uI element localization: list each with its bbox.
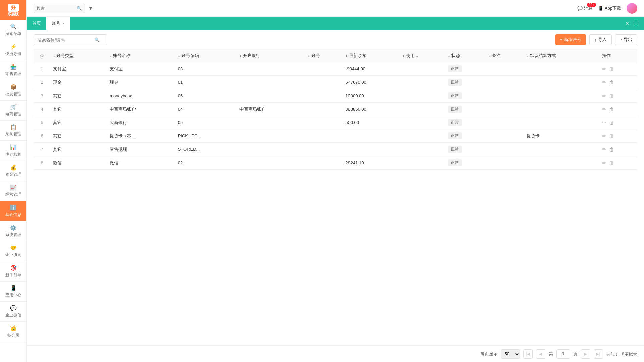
- topbar: 🔍 ▼ 💬 消息 99+ 📱 App下载: [27, 0, 644, 17]
- th-bank[interactable]: ↕ 开户银行: [237, 49, 305, 62]
- cell-status: 正常: [445, 103, 486, 116]
- tab-account-close[interactable]: ×: [62, 21, 64, 25]
- topbar-messages[interactable]: 💬 消息 99+: [577, 5, 593, 11]
- cell-usage: [399, 62, 445, 76]
- cell-status: 正常: [445, 116, 486, 129]
- cell-default-pay: [524, 103, 599, 116]
- download-label: App下载: [605, 5, 621, 11]
- sidebar-item-quicknav[interactable]: ⚡ 快捷导航: [0, 40, 26, 60]
- tabbar-expand-btn[interactable]: ⛶: [631, 20, 641, 26]
- sidebar-item-member[interactable]: 👑 畅会员: [0, 322, 26, 342]
- sidebar-item-guide[interactable]: 🎯 新手引导: [0, 261, 26, 282]
- th-code[interactable]: ↕ 账号编码: [175, 49, 237, 62]
- cell-default-pay: [524, 156, 599, 170]
- sidebar-item-operation[interactable]: 📈 经营管理: [0, 181, 26, 201]
- sidebar-item-basicinfo[interactable]: ℹ️ 基础信息: [0, 201, 26, 221]
- search-bar[interactable]: 🔍: [34, 34, 107, 45]
- status-badge: 正常: [448, 79, 462, 86]
- th-settings[interactable]: ⚙: [34, 49, 50, 62]
- cell-default-pay: [524, 76, 599, 89]
- tab-account[interactable]: 账号 ×: [46, 17, 70, 30]
- delete-icon[interactable]: 🗑: [609, 160, 614, 166]
- edit-icon[interactable]: ✏: [602, 160, 606, 166]
- cell-balance: [343, 129, 399, 143]
- table-row: 4 其它 中百商场账户 04 中百商场账户 383866.00 正常 ✏ 🗑: [34, 103, 637, 116]
- topbar-search-input[interactable]: [37, 6, 77, 11]
- pag-prev-btn[interactable]: ◀: [536, 349, 545, 359]
- edit-icon[interactable]: ✏: [602, 146, 606, 153]
- edit-icon[interactable]: ✏: [602, 79, 606, 85]
- sidebar-item-label: 系统管理: [5, 232, 21, 238]
- system-icon: ⚙️: [10, 225, 17, 231]
- collab-icon: 🤝: [10, 245, 17, 251]
- inventory-icon: 📊: [10, 144, 17, 150]
- sidebar-item-label: 新手引导: [5, 272, 21, 278]
- th-usage[interactable]: ↕ 使用...: [399, 49, 445, 62]
- delete-icon[interactable]: 🗑: [609, 106, 614, 112]
- cell-type: 支付宝: [50, 62, 107, 76]
- cell-actions: ✏ 🗑: [599, 89, 637, 103]
- tabbar-close-btn[interactable]: ✕: [623, 20, 631, 27]
- delete-icon[interactable]: 🗑: [609, 79, 614, 85]
- table-row: 3 其它 moneybosx 06 10000.00 正常 ✏ 🗑: [34, 89, 637, 103]
- sidebar-item-appcenter[interactable]: 📱 应用中心: [0, 282, 26, 302]
- search-input[interactable]: [37, 37, 94, 42]
- sidebar-item-retail[interactable]: 🏪 零售管理: [0, 60, 26, 80]
- delete-icon[interactable]: 🗑: [609, 120, 614, 126]
- edit-icon[interactable]: ✏: [602, 120, 606, 126]
- pag-next-btn[interactable]: ▶: [581, 349, 590, 359]
- sidebar-item-ecommerce[interactable]: 🛒 电商管理: [0, 101, 26, 121]
- delete-icon[interactable]: 🗑: [609, 66, 614, 72]
- topbar-dropdown-arrow[interactable]: ▼: [88, 6, 93, 11]
- th-note[interactable]: ↕ 备注: [486, 49, 524, 62]
- cell-status: 正常: [445, 62, 486, 76]
- edit-icon[interactable]: ✏: [602, 66, 606, 72]
- sidebar-item-label: 采购管理: [5, 131, 21, 137]
- pag-last-btn[interactable]: ▶|: [594, 349, 603, 359]
- topbar-search-bar[interactable]: 🔍: [34, 4, 85, 13]
- wholesale-icon: 📦: [10, 84, 17, 90]
- th-account[interactable]: ↕ 账号: [305, 49, 343, 62]
- sidebar-item-workwechat[interactable]: 💬 企业微信: [0, 302, 26, 322]
- finance-icon: 💰: [10, 164, 17, 171]
- sidebar-item-wholesale[interactable]: 📦 批发管理: [0, 80, 26, 101]
- cell-bank: [237, 76, 305, 89]
- action-btns: ✏ 🗑: [602, 120, 635, 126]
- delete-icon[interactable]: 🗑: [609, 146, 614, 153]
- tab-home[interactable]: 首页: [27, 17, 46, 30]
- page-header: 🔍 + 新增账号 ↓ 导入 ↑ 导出: [27, 30, 644, 49]
- add-account-button[interactable]: + 新增账号: [555, 34, 586, 45]
- sidebar-item-finance[interactable]: 💰 资金管理: [0, 161, 26, 181]
- action-btns: ✏ 🗑: [602, 146, 635, 153]
- delete-icon[interactable]: 🗑: [609, 93, 614, 99]
- table-container: ⚙ ↕ 账号类型 ↕ 账号名称 ↕ 账号编码 ↕ 开户银行 ↕ 账号 ↕ 最新余…: [27, 49, 644, 345]
- export-button[interactable]: ↑ 导出: [615, 34, 638, 45]
- th-default-pay[interactable]: ↕ 默认结算方式: [524, 49, 599, 62]
- delete-icon[interactable]: 🗑: [609, 133, 614, 139]
- th-balance[interactable]: ↕ 最新余额: [343, 49, 399, 62]
- th-status[interactable]: ↕ 状态: [445, 49, 486, 62]
- edit-icon[interactable]: ✏: [602, 133, 606, 139]
- sidebar-item-inventory[interactable]: 📊 库存核算: [0, 141, 26, 161]
- th-name[interactable]: ↕ 账号名称: [107, 49, 175, 62]
- cell-actions: ✏ 🗑: [599, 156, 637, 170]
- sidebar-item-purchase[interactable]: 📋 采购管理: [0, 121, 26, 141]
- cell-bank: 中百商场账户: [237, 103, 305, 116]
- pag-first-btn[interactable]: |◀: [523, 349, 533, 359]
- edit-icon[interactable]: ✏: [602, 106, 606, 112]
- sidebar-item-system[interactable]: ⚙️ 系统管理: [0, 221, 26, 241]
- edit-icon[interactable]: ✏: [602, 93, 606, 99]
- import-icon: ↓: [594, 37, 597, 42]
- sidebar-item-search[interactable]: 🔍 搜索菜单: [0, 20, 26, 40]
- page-number-input[interactable]: [556, 349, 570, 359]
- import-button[interactable]: ↓ 导入: [589, 34, 612, 45]
- cell-name: 现金: [107, 76, 175, 89]
- sidebar-item-collab[interactable]: 🤝 企业协同: [0, 241, 26, 261]
- action-btns: ✏ 🗑: [602, 160, 635, 166]
- th-type[interactable]: ↕ 账号类型: [50, 49, 107, 62]
- cell-account: [305, 116, 343, 129]
- app-download[interactable]: 📱 App下载: [598, 5, 621, 11]
- user-avatar[interactable]: [627, 3, 637, 14]
- page-size-select[interactable]: 50 100 200: [501, 349, 520, 359]
- search-icon[interactable]: 🔍: [94, 37, 100, 42]
